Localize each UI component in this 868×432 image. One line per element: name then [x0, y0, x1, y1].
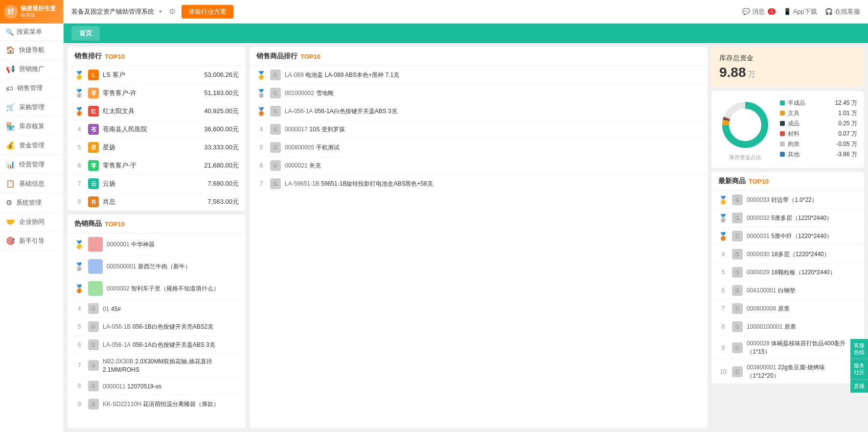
customer-service-button[interactable]: 🎧 在线客服: [825, 7, 860, 16]
sidebar-item-operations[interactable]: 📊 经营管理: [0, 155, 63, 174]
sidebar-item-enterprise[interactable]: 🤝 企业协同: [0, 213, 63, 232]
product-code-3: 0000002: [107, 285, 130, 292]
messages-label: 消息: [752, 7, 765, 16]
sp-code-6: 0000021: [285, 162, 308, 169]
stock-amount: 9.88: [719, 65, 746, 80]
product-image-1: [88, 237, 103, 252]
sidebar-item-sales[interactable]: 🏷 销售管理: [0, 79, 63, 98]
sp-name-7: 59651-1B旋转投影灯电池盒ABS黑色+58克: [321, 180, 433, 187]
sp-rank-2: 🥈: [256, 89, 266, 98]
nav-tabs: 首页: [64, 24, 868, 43]
search-icon: 🔍: [6, 28, 14, 36]
list-item: 7 G LA-59651-1B 59651-1B旋转投影灯电池盒ABS黑色+58…: [250, 175, 708, 192]
np-image-10: G: [732, 366, 743, 377]
operations-icon: 📊: [6, 160, 15, 169]
sidebar-item-label: 采购管理: [19, 103, 45, 112]
app-download-button[interactable]: 📱 App下载: [783, 7, 817, 16]
list-item: 5 G LA-056-1B 056-1B白色按键开关壳ABS2克: [68, 318, 246, 336]
list-item: 10 G 003800001 22g鱼豆腐-烧烤味（1*12*20）: [711, 360, 864, 384]
sp-rank-7: 7: [256, 180, 266, 187]
sidebar-item-finance[interactable]: 💰 资金管理: [0, 136, 63, 155]
rank-badge-6: 零: [88, 160, 99, 171]
np-rank-9: 9: [718, 344, 728, 351]
hot-products-top10: TOP10: [105, 220, 125, 228]
product-rank-3: 🥉: [74, 284, 84, 293]
product-image-3: [88, 281, 103, 296]
enterprise-icon: 🤝: [6, 217, 15, 226]
left-panel: 销售排行 TOP10 🥇 L LS 客户 53,006.26元 🥈 零: [64, 43, 250, 432]
sidebar-item-system[interactable]: ⚙ 系统管理: [0, 193, 63, 213]
np-rank-2: 🥈: [718, 214, 728, 223]
search-menu-item[interactable]: 🔍 搜索菜单: [0, 24, 63, 41]
float-btn-live[interactable]: 直播: [850, 380, 868, 393]
sidebar-item-quick-nav[interactable]: 🏠 快捷导航: [0, 41, 63, 60]
np-rank-3: 🥉: [718, 232, 728, 241]
legend-dot-wip: [780, 100, 785, 105]
product-name-8: 12070519-xs: [127, 383, 161, 390]
legend-label-material: 材料: [788, 130, 835, 138]
hot-products-card: 热销商品 TOP10 🥇 0000001 中华神器 🥈: [68, 215, 246, 428]
sp-code-5: 000800005: [285, 144, 314, 151]
rank-badge-3: 红: [88, 106, 99, 117]
list-item: 🥇 0000001 中华神器: [68, 234, 246, 256]
content-area: 销售排行 TOP10 🥇 L LS 客户 53,006.26元 🥈 零: [64, 43, 868, 432]
main-area: 装备及固定资产辅助管理系统 ▼ ⚙ 体验行业方案 💬 消息 6 📱 App下载 …: [64, 0, 868, 432]
rank-medal-3: 🥉: [74, 107, 84, 116]
list-item: 6 G 0000021 夹克: [250, 157, 708, 175]
customer-name-4: 苍南县人民医院: [103, 125, 200, 134]
np-rank-8: 8: [718, 323, 728, 330]
sidebar-item-inventory[interactable]: 🏪 库存核算: [0, 117, 63, 136]
rank-num-6: 6: [74, 162, 84, 169]
sp-rank-1: 🥇: [256, 71, 266, 80]
legend-dot-material: [780, 131, 785, 136]
sidebar-item-label: 资金管理: [19, 141, 45, 150]
np-rank-10: 10: [718, 368, 728, 375]
sidebar-item-marketing[interactable]: 📢 营销推广: [0, 60, 63, 79]
tab-home[interactable]: 首页: [71, 26, 100, 41]
system-selector[interactable]: 装备及固定资产辅助管理系统 ▼: [71, 7, 163, 16]
np-image-8: G: [732, 321, 743, 332]
product-image-6: G: [88, 339, 99, 350]
phone-icon: 📱: [783, 8, 791, 15]
list-item: 4 G 0000017 10S 变刹罗孩: [250, 120, 708, 139]
sales-icon: 🏷: [6, 84, 13, 93]
float-btn-customer-service[interactable]: 客服热线: [850, 339, 868, 360]
customer-name-2: 零售客户-许: [103, 89, 200, 97]
sidebar-item-purchase[interactable]: 🛒 采购管理: [0, 98, 63, 117]
product-code-1: 0000001: [107, 241, 130, 248]
sp-code-4: 0000017: [285, 126, 308, 133]
sp-name-6: 夹克: [309, 162, 321, 169]
legend-value-meat: -0.05 万: [836, 140, 857, 148]
np-code-10: 003800001: [747, 364, 776, 371]
sales-products-card: 销售商品排行 TOP10 🥇 G LA-089 电池盖 LA-089 ABS本色…: [250, 47, 708, 428]
np-name-6: 白钢垫: [778, 287, 796, 294]
rank-badge-4: 苍: [88, 124, 99, 135]
product-image-4: G: [88, 303, 99, 314]
list-item: 6 G LA-056-1A 056-1A白色按键开关盖ABS 3克: [68, 336, 246, 354]
customer-name-8: 肖总: [103, 197, 204, 206]
rank-num-4: 4: [74, 126, 84, 133]
legend-label-other: 其他: [788, 150, 833, 159]
sales-products-title: 销售商品排行: [256, 52, 297, 61]
np-code-6: 004100001: [747, 287, 776, 294]
sidebar-item-basic-info[interactable]: 📋 基础信息: [0, 174, 63, 193]
settings-icon[interactable]: ⚙: [169, 7, 176, 16]
float-btn-community[interactable]: 服务社区: [850, 359, 868, 380]
trial-button[interactable]: 体验行业方案: [182, 5, 233, 19]
donut-chart: [718, 98, 772, 152]
product-rank-5: 5: [74, 323, 84, 330]
newest-products-title: 最新商品: [718, 177, 746, 186]
legend-value-stationery: 1.01 万: [838, 109, 857, 118]
product-rank-8: 8: [74, 383, 84, 389]
np-image-5: G: [732, 267, 743, 278]
list-item: 🥇 G LA-089 电池盖 LA-089 ABS本色+黑种 7.1克: [250, 66, 708, 84]
sidebar-item-guide[interactable]: 🎯 新手引导: [0, 232, 63, 251]
messages-button[interactable]: 💬 消息 6: [742, 7, 776, 16]
legend-item: 成品 0.25 万: [780, 120, 857, 128]
legend-value-other: -3.86 万: [836, 150, 857, 159]
sales-products-top10: TOP10: [300, 53, 320, 60]
list-item: 🥇 G 0000033 封边带（1.0*22）: [711, 191, 864, 209]
legend-label-meat: 肉类: [788, 140, 833, 148]
legend-item: 其他 -3.86 万: [780, 150, 857, 159]
legend-dot-meat: [780, 142, 785, 146]
